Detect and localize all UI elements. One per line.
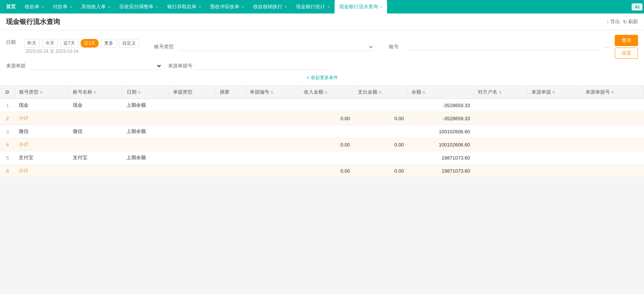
account-type-select[interactable] [179, 43, 374, 51]
cell-balance: 100102606.60 [408, 138, 474, 151]
cell-account-name: 微信 [69, 125, 123, 138]
cell-account-type: 小计 [15, 164, 69, 178]
account-input[interactable] [406, 43, 602, 51]
cell-doc-type [169, 164, 216, 178]
cell-date: 上期余额 [123, 99, 169, 112]
nav-receipt-verify[interactable]: 收款核销执行 × [249, 0, 291, 13]
nav-prepay-offset[interactable]: 预收冲应收单 × [206, 0, 248, 13]
sort-date-icon: ⇅ [138, 90, 141, 94]
nav-cash-bank-flow[interactable]: 现金银行流水查询 × [335, 0, 387, 13]
source-doc-select[interactable] [31, 62, 162, 70]
col-account-type[interactable]: 账号类型⇅ [15, 86, 69, 99]
export-button[interactable]: ↑ 导出 [607, 18, 620, 25]
filter-area: 日期 昨天 今天 近7天 近1月 更多 自定义 2023-02-24 至 202… [0, 30, 644, 86]
date-btn-1month[interactable]: 近1月 [81, 39, 99, 48]
cell-source-doc-no [582, 151, 644, 164]
col-settings[interactable]: ⚙ [0, 86, 15, 99]
row-number: 5 [0, 151, 15, 164]
nav-receipt[interactable]: 收款单 × [20, 0, 48, 13]
refresh-icon: ↻ [623, 19, 627, 25]
cell-summary [216, 164, 246, 178]
cell-counterparty [474, 99, 528, 112]
account-dots-button[interactable]: ··· [604, 44, 609, 50]
nav-ar-ap-adjust[interactable]: 应收应付调整单 × [115, 0, 162, 13]
nav-close-prepay-offset[interactable]: × [242, 0, 244, 13]
nav-other-income[interactable]: 其他收入单 × [77, 0, 115, 13]
date-btn-today[interactable]: 今天 [42, 39, 58, 48]
cell-doc-no [246, 99, 300, 112]
nav-close-cash-bank-flow[interactable]: × [380, 0, 383, 13]
cell-source-doc-no [582, 138, 644, 151]
nav-close-payment[interactable]: × [70, 0, 72, 13]
row-number: 3 [0, 125, 15, 138]
nav-close-ar-ap-adjust[interactable]: × [156, 0, 158, 13]
date-btn-custom[interactable]: 自定义 [119, 39, 139, 48]
nav-close-bank-deposit[interactable]: × [199, 0, 201, 13]
export-icon: ↑ [607, 19, 609, 25]
nav-close-other-income[interactable]: × [108, 0, 110, 13]
cell-balance: 100102606.60 [408, 125, 474, 138]
date-btn-7days[interactable]: 近7天 [60, 39, 78, 48]
table-row: 2 小计 0.00 0.00 -3528659.33 [0, 112, 644, 125]
cell-date [123, 164, 169, 178]
col-summary[interactable]: 摘要 [216, 86, 246, 99]
page-header: 现金银行流水查询 ↑ 导出 ↻ 刷新 [0, 13, 644, 30]
col-expense[interactable]: 支出金额⇅ [354, 86, 408, 99]
query-button[interactable]: 查询 [615, 35, 638, 46]
col-doc-no[interactable]: 单据编号⇅ [246, 86, 300, 99]
col-counterparty[interactable]: 对方户名⇅ [474, 86, 528, 99]
cell-doc-no [246, 138, 300, 151]
sort-income-icon: ⇅ [324, 90, 327, 94]
cell-income [300, 99, 354, 112]
cell-counterparty [474, 164, 528, 178]
account-filter: 账号 ··· [389, 43, 609, 51]
cell-source-doc-no [582, 99, 644, 112]
top-nav: 首页 收款单 × 付款单 × 其他收入单 × 应收应付调整单 × 银行存取款单 … [0, 0, 644, 13]
data-table: ⚙ 账号类型⇅ 账号名称⇅ 日期⇅ 单据类型 摘要 单据编号⇅ 收入金额⇅ 支出… [0, 86, 644, 178]
cell-expense: 0.00 [354, 112, 408, 125]
table-header-row: ⚙ 账号类型⇅ 账号名称⇅ 日期⇅ 单据类型 摘要 单据编号⇅ 收入金额⇅ 支出… [0, 86, 644, 99]
account-type-label: 账号类型 [154, 43, 177, 50]
date-options: 昨天 今天 近7天 近1月 更多 自定义 [24, 39, 139, 48]
date-btn-more[interactable]: 更多 [101, 39, 117, 48]
col-account-name[interactable]: 账号名称⇅ [69, 86, 123, 99]
cell-doc-type [169, 125, 216, 138]
cell-doc-type [169, 138, 216, 151]
nav-payment[interactable]: 付款单 × [48, 0, 77, 13]
col-date[interactable]: 日期⇅ [123, 86, 169, 99]
cell-doc-type [169, 151, 216, 164]
refresh-button[interactable]: ↻ 刷新 [623, 18, 638, 25]
nav-close-receipt-verify[interactable]: × [285, 0, 287, 13]
action-buttons: 查询 设置 [615, 35, 638, 59]
col-source-doc[interactable]: 来源单据⇅ [528, 86, 582, 99]
date-filter-group: 日期 昨天 今天 近7天 近1月 更多 自定义 2023-02-24 至 202… [6, 39, 139, 55]
cell-source-doc [528, 125, 582, 138]
cell-date [123, 112, 169, 125]
table-container: ⚙ 账号类型⇅ 账号名称⇅ 日期⇅ 单据类型 摘要 单据编号⇅ 收入金额⇅ 支出… [0, 86, 644, 178]
col-doc-type[interactable]: 单据类型 [169, 86, 216, 99]
settings-button[interactable]: 设置 [615, 48, 638, 59]
cell-income: 0.00 [300, 138, 354, 151]
source-doc-no-input[interactable] [195, 62, 326, 70]
nav-bank-deposit[interactable]: 银行存取款单 × [163, 0, 206, 13]
cell-account-type: 小计 [15, 112, 69, 125]
col-source-doc-no[interactable]: 来源单据号⇅ [582, 86, 644, 99]
account-type-filter: 账号类型 [154, 43, 374, 51]
ai-badge: Ai [632, 3, 642, 10]
nav-close-receipt[interactable]: × [42, 0, 44, 13]
collapse-bar[interactable]: ∧ 收起更多条件 [6, 73, 638, 82]
nav-home[interactable]: 首页 [2, 0, 20, 13]
date-btn-yesterday[interactable]: 昨天 [24, 39, 40, 48]
col-balance[interactable]: 余额⇅ [408, 86, 474, 99]
nav-close-cash-bank-stat[interactable]: × [327, 0, 330, 13]
cell-doc-no [246, 164, 300, 178]
source-doc-no-label: 来源单据号 [168, 63, 192, 69]
col-income[interactable]: 收入金额⇅ [300, 86, 354, 99]
cell-source-doc [528, 151, 582, 164]
account-type-select-wrapper [179, 43, 374, 51]
source-doc-label: 来源单据 [6, 63, 29, 69]
cell-summary [216, 151, 246, 164]
cell-source-doc-no [582, 125, 644, 138]
row-number: 6 [0, 164, 15, 178]
nav-cash-bank-stat[interactable]: 现金银行统计 × [291, 0, 334, 13]
